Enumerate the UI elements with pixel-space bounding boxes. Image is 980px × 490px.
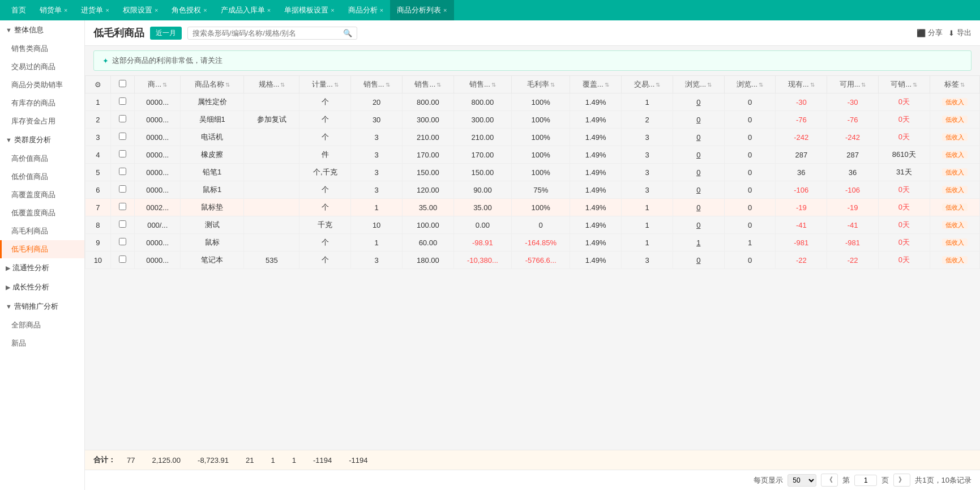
th-settings[interactable]: ⚙: [85, 76, 111, 93]
sidebar-group-flow[interactable]: ▶ 流通性分析: [0, 258, 84, 278]
close-template-icon[interactable]: ×: [331, 7, 334, 14]
sidebar-item-all-products[interactable]: 全部商品: [0, 316, 84, 334]
close-analysis-icon[interactable]: ×: [380, 7, 383, 14]
row-checkbox[interactable]: [110, 146, 135, 164]
close-purchase-icon[interactable]: ×: [105, 7, 109, 14]
row-checkbox[interactable]: [110, 111, 135, 129]
next-page-button[interactable]: 》: [893, 474, 910, 487]
row-checkbox[interactable]: [110, 93, 135, 111]
th-sellable[interactable]: 可销...⇅: [878, 76, 930, 93]
th-browse1[interactable]: 浏览...⇅: [673, 76, 724, 93]
row-browse1[interactable]: 1: [673, 234, 724, 252]
sidebar-item-high-gross[interactable]: 高毛利商品: [0, 222, 84, 240]
prev-page-button[interactable]: 《: [821, 474, 838, 487]
row-browse1[interactable]: 0: [673, 252, 724, 269]
row-select[interactable]: [119, 255, 126, 263]
sidebar-group-marketing[interactable]: ▼ 营销推广分析: [0, 297, 84, 316]
th-available[interactable]: 可用...⇅: [827, 76, 879, 93]
sidebar-item-high-coverage[interactable]: 高覆盖度商品: [0, 186, 84, 204]
row-select[interactable]: [119, 115, 126, 122]
sidebar-item-high-value[interactable]: 高价值商品: [0, 150, 84, 168]
sidebar-item-low-value[interactable]: 低价值商品: [0, 168, 84, 186]
th-trade-count[interactable]: 交易...⇅: [622, 76, 673, 93]
nav-permission[interactable]: 权限设置 ×: [116, 0, 165, 20]
share-button[interactable]: ⬛ 分享: [917, 28, 943, 38]
nav-home[interactable]: 首页: [5, 0, 33, 20]
th-browse2[interactable]: 浏览...⇅: [724, 76, 776, 93]
row-browse1[interactable]: 0: [673, 181, 724, 199]
row-select[interactable]: [119, 238, 126, 245]
th-checkbox[interactable]: [110, 76, 135, 93]
th-name[interactable]: 商品名称⇅: [181, 76, 244, 93]
export-button[interactable]: ⬇ 导出: [948, 28, 972, 38]
row-select[interactable]: [119, 150, 126, 157]
th-sales-price[interactable]: 销售...⇅: [403, 76, 454, 93]
row-browse1[interactable]: 0: [673, 199, 724, 216]
th-code[interactable]: 商...⇅: [135, 76, 181, 93]
close-role-icon[interactable]: ×: [203, 7, 207, 14]
row-select[interactable]: [119, 220, 126, 228]
row-checkbox[interactable]: [110, 234, 135, 252]
sidebar-item-sales-products[interactable]: 销售类商品: [0, 40, 84, 58]
row-code: 0000...: [135, 146, 181, 164]
row-browse1[interactable]: 0: [673, 164, 724, 181]
sidebar-item-stock-capital[interactable]: 库存资金占用: [0, 112, 84, 130]
sidebar-group-overall[interactable]: ▼ 整体信息: [0, 20, 84, 40]
row-browse1[interactable]: 0: [673, 129, 724, 146]
row-browse1[interactable]: 0: [673, 93, 724, 111]
close-permission-icon[interactable]: ×: [155, 7, 158, 14]
row-checkbox[interactable]: [110, 164, 135, 181]
nav-role[interactable]: 角色授权 ×: [165, 0, 213, 20]
sidebar-item-traded-products[interactable]: 交易过的商品: [0, 58, 84, 76]
row-cover-rate: 1.49%: [570, 164, 622, 181]
th-tag[interactable]: 标签⇅: [930, 76, 979, 93]
row-checkbox[interactable]: [110, 181, 135, 199]
row-checkbox[interactable]: [110, 216, 135, 234]
per-page-select[interactable]: 50 100 200: [788, 474, 816, 487]
search-box[interactable]: 🔍: [187, 27, 357, 40]
sidebar-group-cluster[interactable]: ▼ 类群度分析: [0, 130, 84, 150]
close-analysis-list-icon[interactable]: ×: [443, 7, 447, 14]
th-gross-rate[interactable]: 毛利率⇅: [512, 76, 570, 93]
sidebar-item-low-gross[interactable]: 低毛利商品: [0, 240, 84, 258]
row-checkbox[interactable]: [110, 199, 135, 216]
th-sales-qty[interactable]: 销售...⇅: [351, 76, 403, 93]
data-table: ⚙ 商...⇅ 商品名称⇅ 规格...⇅ 计量...⇅ 销售...⇅ 销售...…: [85, 75, 980, 269]
search-input[interactable]: [192, 29, 341, 37]
close-product-entry-icon[interactable]: ×: [267, 7, 271, 14]
row-available: -76: [827, 111, 879, 129]
row-select[interactable]: [119, 203, 126, 210]
nav-sales[interactable]: 销货单 ×: [33, 0, 74, 20]
th-unit[interactable]: 计量...⇅: [299, 76, 351, 93]
row-browse1[interactable]: 0: [673, 146, 724, 164]
row-select[interactable]: [119, 97, 126, 105]
nav-purchase[interactable]: 进货单 ×: [74, 0, 115, 20]
row-unit: 个: [299, 234, 351, 252]
row-browse1[interactable]: 0: [673, 216, 724, 234]
date-filter-button[interactable]: 近一月: [150, 27, 182, 40]
sidebar-item-stocked-products[interactable]: 有库存的商品: [0, 94, 84, 112]
row-select[interactable]: [119, 168, 126, 175]
page-label: 第: [842, 475, 850, 485]
th-sales-amt[interactable]: 销售...⇅: [453, 76, 511, 93]
row-checkbox[interactable]: [110, 129, 135, 146]
sidebar-item-new-products[interactable]: 新品: [0, 334, 84, 352]
sidebar-group-growth[interactable]: ▶ 成长性分析: [0, 278, 84, 297]
page-input[interactable]: [854, 475, 877, 486]
th-current[interactable]: 现有...⇅: [776, 76, 827, 93]
row-select[interactable]: [119, 133, 126, 140]
row-browse1[interactable]: 0: [673, 111, 724, 129]
select-all-checkbox[interactable]: [119, 80, 126, 87]
sidebar-item-low-coverage[interactable]: 低覆盖度商品: [0, 204, 84, 222]
nav-product-entry[interactable]: 产成品入库单 ×: [214, 0, 277, 20]
search-icon[interactable]: 🔍: [343, 29, 352, 37]
row-checkbox[interactable]: [110, 252, 135, 269]
row-select[interactable]: [119, 185, 126, 193]
th-cover-rate[interactable]: 覆盖...⇅: [570, 76, 622, 93]
nav-template[interactable]: 单据模板设置 ×: [277, 0, 341, 20]
sidebar-item-category-rate[interactable]: 商品分类助销率: [0, 76, 84, 94]
nav-analysis-list[interactable]: 商品分析列表 ×: [390, 0, 453, 20]
close-sales-icon[interactable]: ×: [64, 7, 67, 14]
nav-product-analysis[interactable]: 商品分析 ×: [341, 0, 390, 20]
th-spec[interactable]: 规格...⇅: [244, 76, 299, 93]
